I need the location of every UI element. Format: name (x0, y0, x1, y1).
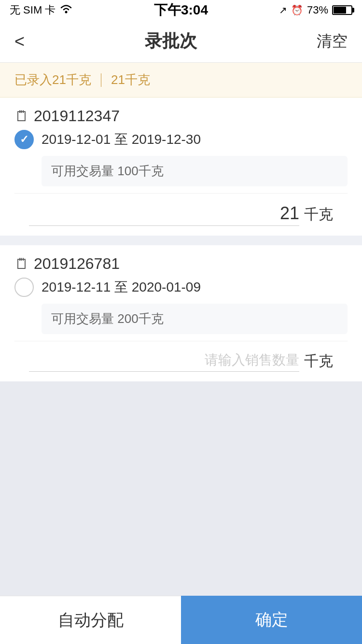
footer: 自动分配 确定 (0, 596, 362, 644)
battery-icon (332, 5, 352, 15)
battery-percent: 73% (307, 4, 328, 16)
batch-date-1: 2019-12-01 至 2019-12-30 (42, 130, 201, 149)
svg-point-0 (65, 11, 68, 14)
status-time: 下午3:04 (154, 1, 208, 19)
batch-date-row-1: 2019-12-01 至 2019-12-30 (14, 130, 348, 149)
section-separator (0, 236, 362, 245)
batch-available-2: 可用交易量 200千克 (42, 304, 348, 334)
batch-header-2: 🗒 2019126781 (14, 255, 348, 273)
clear-button[interactable]: 清空 (317, 31, 348, 52)
batch-item-2: 🗒 2019126781 2019-12-11 至 2020-01-09 可用交… (0, 245, 362, 381)
quantity-row-1: 21 千克 (14, 193, 348, 236)
status-bar: 无 SIM 卡 下午3:04 ↗ ⏰ 73% (0, 0, 362, 20)
batch-number-2: 2019126781 (34, 255, 120, 273)
batch-available-1: 可用交易量 100千克 (42, 156, 348, 186)
batch-radio-1[interactable] (14, 130, 34, 149)
quantity-row-2: 请输入销售数量 千克 (14, 341, 348, 381)
back-button[interactable]: < (14, 31, 25, 52)
quantity-placeholder-2: 请输入销售数量 (205, 351, 299, 369)
alarm-icon: ⏰ (291, 4, 303, 16)
batch-item-1: 🗒 2019112347 2019-12-01 至 2019-12-30 可用交… (0, 98, 362, 236)
quantity-value-1: 21 (280, 203, 299, 224)
status-left: 无 SIM 卡 (10, 3, 73, 17)
batch-radio-2[interactable] (14, 278, 34, 297)
page-title: 录批次 (145, 29, 197, 53)
status-right: ↗ ⏰ 73% (279, 4, 352, 16)
info-divider (101, 73, 101, 87)
carrier-text: 无 SIM 卡 (10, 3, 56, 17)
batch-date-row-2: 2019-12-11 至 2020-01-09 (14, 278, 348, 297)
batch-header-1: 🗒 2019112347 (14, 107, 348, 125)
doc-icon-2: 🗒 (14, 256, 29, 272)
recorded-value: 21千克 (111, 71, 150, 88)
batch-number-1: 2019112347 (34, 107, 120, 125)
location-icon: ↗ (279, 4, 287, 16)
recorded-label: 已录入21千克 (14, 71, 91, 88)
nav-bar: < 录批次 清空 (0, 20, 362, 63)
quantity-unit-2: 千克 (304, 351, 333, 371)
info-banner: 已录入21千克 21千克 (0, 63, 362, 98)
doc-icon-1: 🗒 (14, 108, 29, 125)
batch-date-2: 2019-12-11 至 2020-01-09 (42, 278, 201, 296)
confirm-button[interactable]: 确定 (181, 596, 362, 644)
quantity-unit-1: 千克 (304, 205, 333, 224)
auto-distribute-button[interactable]: 自动分配 (0, 596, 181, 644)
wifi-icon (59, 4, 73, 16)
